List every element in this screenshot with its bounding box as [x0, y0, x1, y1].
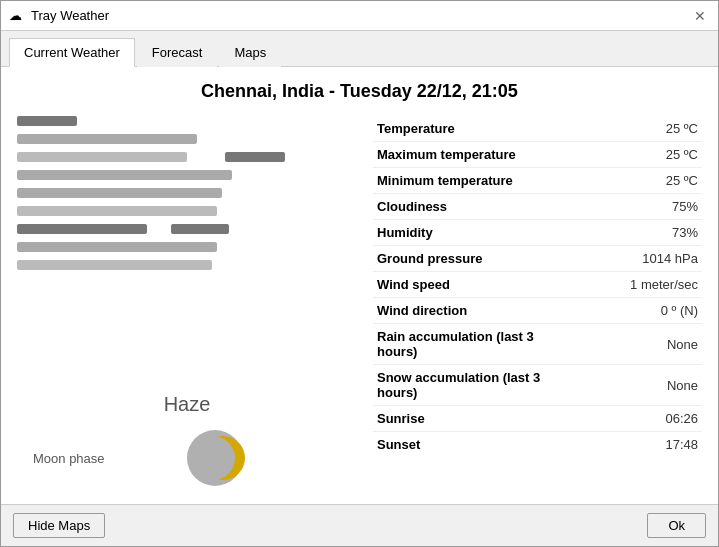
weather-value: 75%	[570, 194, 702, 220]
weather-bar	[17, 134, 197, 144]
weather-label: Rain accumulation (last 3 hours)	[373, 324, 570, 365]
app-icon: ☁	[9, 8, 25, 24]
weather-value: None	[570, 324, 702, 365]
bar-row	[17, 242, 357, 252]
weather-bar	[171, 224, 229, 234]
weather-label: Temperature	[373, 116, 570, 142]
weather-bars	[17, 116, 357, 385]
weather-bar	[17, 260, 212, 270]
weather-label: Wind speed	[373, 272, 570, 298]
moon-phase-label: Moon phase	[33, 451, 105, 466]
location-header: Chennai, India - Tuesday 22/12, 21:05	[1, 67, 718, 112]
left-panel: Haze Moon phase	[17, 112, 357, 504]
weather-bar	[17, 170, 232, 180]
tab-forecast[interactable]: Forecast	[137, 38, 218, 67]
tab-current-weather[interactable]: Current Weather	[9, 38, 135, 67]
footer: Hide Maps Ok	[1, 504, 718, 546]
bar-row	[17, 116, 357, 126]
weather-bar	[17, 242, 217, 252]
weather-table: Temperature25 ºCMaximum temperature25 ºC…	[373, 116, 702, 457]
moon-graphic	[185, 428, 245, 488]
bar-row	[17, 188, 357, 198]
weather-table-row: Minimum temperature25 ºC	[373, 168, 702, 194]
window-title: Tray Weather	[31, 8, 109, 23]
weather-label: Minimum temperature	[373, 168, 570, 194]
tab-bar: Current Weather Forecast Maps	[1, 31, 718, 67]
weather-bar	[225, 152, 285, 162]
weather-bar	[17, 224, 147, 234]
weather-table-row: Snow accumulation (last 3 hours)None	[373, 365, 702, 406]
weather-table-row: Wind speed1 meter/sec	[373, 272, 702, 298]
weather-table-row: Ground pressure1014 hPa	[373, 246, 702, 272]
title-bar: ☁ Tray Weather ✕	[1, 1, 718, 31]
app-window: ☁ Tray Weather ✕ Current Weather Forecas…	[0, 0, 719, 547]
weather-condition-label: Haze	[17, 393, 357, 416]
weather-label: Ground pressure	[373, 246, 570, 272]
weather-value: 1014 hPa	[570, 246, 702, 272]
hide-maps-button[interactable]: Hide Maps	[13, 513, 105, 538]
weather-value: 25 ºC	[570, 142, 702, 168]
weather-table-row: Sunrise06:26	[373, 406, 702, 432]
weather-table-row: Rain accumulation (last 3 hours)None	[373, 324, 702, 365]
weather-table-row: Sunset17:48	[373, 432, 702, 457]
weather-value: 06:26	[570, 406, 702, 432]
weather-label: Humidity	[373, 220, 570, 246]
weather-value: 17:48	[570, 432, 702, 457]
weather-label: Cloudiness	[373, 194, 570, 220]
weather-label: Maximum temperature	[373, 142, 570, 168]
weather-value: 25 ºC	[570, 168, 702, 194]
weather-bar	[17, 188, 222, 198]
svg-point-2	[191, 436, 235, 480]
weather-label: Sunset	[373, 432, 570, 457]
weather-bar	[17, 116, 77, 126]
weather-table-row: Humidity73%	[373, 220, 702, 246]
bar-row	[17, 152, 357, 162]
weather-table-row: Wind direction0 º (N)	[373, 298, 702, 324]
bar-row	[17, 224, 357, 234]
weather-value: None	[570, 365, 702, 406]
weather-value: 73%	[570, 220, 702, 246]
bar-row	[17, 170, 357, 180]
ok-button[interactable]: Ok	[647, 513, 706, 538]
content-area: Chennai, India - Tuesday 22/12, 21:05	[1, 67, 718, 504]
main-area: Haze Moon phase Temp	[1, 112, 718, 504]
weather-label: Sunrise	[373, 406, 570, 432]
close-button[interactable]: ✕	[690, 6, 710, 26]
right-panel: Temperature25 ºCMaximum temperature25 ºC…	[373, 112, 702, 504]
weather-table-row: Temperature25 ºC	[373, 116, 702, 142]
bar-row	[17, 260, 357, 270]
weather-table-row: Cloudiness75%	[373, 194, 702, 220]
moon-row: Moon phase	[17, 428, 357, 504]
bar-row	[17, 206, 357, 216]
weather-bar	[17, 206, 217, 216]
weather-value: 0 º (N)	[570, 298, 702, 324]
weather-label: Snow accumulation (last 3 hours)	[373, 365, 570, 406]
weather-value: 1 meter/sec	[570, 272, 702, 298]
weather-table-row: Maximum temperature25 ºC	[373, 142, 702, 168]
weather-value: 25 ºC	[570, 116, 702, 142]
tab-maps[interactable]: Maps	[219, 38, 281, 67]
weather-bar	[17, 152, 187, 162]
weather-label: Wind direction	[373, 298, 570, 324]
bar-row	[17, 134, 357, 144]
